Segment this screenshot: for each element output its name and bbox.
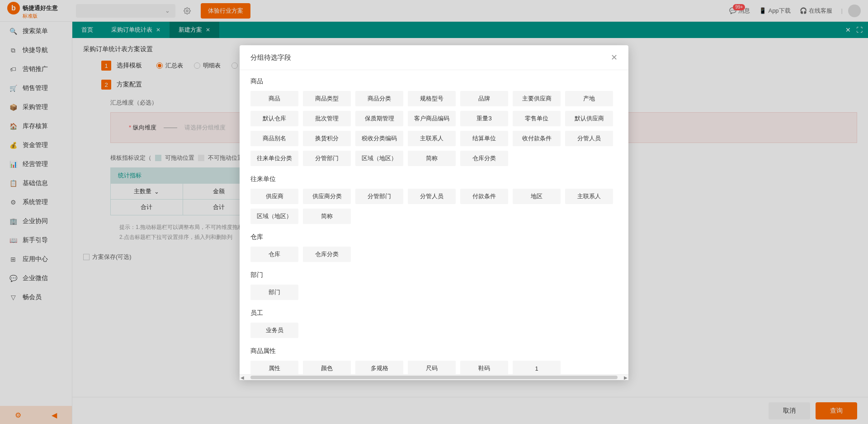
field-chip[interactable]: 默认仓库 bbox=[250, 111, 298, 126]
field-group-2: 仓库仓库仓库分类 bbox=[250, 233, 618, 262]
field-chip[interactable]: 付款条件 bbox=[460, 189, 508, 204]
field-chip[interactable]: 默认供应商 bbox=[565, 111, 613, 126]
field-group-title: 员工 bbox=[250, 309, 618, 317]
field-chip[interactable]: 分管部门 bbox=[355, 189, 403, 204]
field-chip[interactable]: 区域（地区） bbox=[355, 151, 403, 166]
field-chip[interactable]: 保质期管理 bbox=[355, 111, 403, 126]
field-chip[interactable]: 商品类型 bbox=[303, 91, 351, 106]
field-chip[interactable]: 供应商 bbox=[250, 189, 298, 204]
field-group-title: 商品属性 bbox=[250, 347, 618, 355]
field-chip[interactable]: 简称 bbox=[303, 209, 351, 224]
field-chip[interactable]: 重量3 bbox=[460, 111, 508, 126]
field-chip[interactable]: 收付款条件 bbox=[513, 131, 561, 146]
field-chip[interactable]: 商品 bbox=[250, 91, 298, 106]
field-group-1: 往来单位供应商供应商分类分管部门分管人员付款条件地区主联系人区域（地区）简称 bbox=[250, 175, 618, 224]
field-chip[interactable]: 结算单位 bbox=[460, 131, 508, 146]
field-selector-modal: 分组待选字段 ✕ 商品商品商品类型商品分类规格型号品牌主要供应商产地默认仓库批次… bbox=[240, 45, 628, 380]
field-group-4: 员工业务员 bbox=[250, 309, 618, 338]
field-group-title: 往来单位 bbox=[250, 175, 618, 183]
field-chip[interactable]: 区域（地区） bbox=[250, 209, 298, 224]
field-chip[interactable]: 分管人员 bbox=[565, 131, 613, 146]
field-chip[interactable]: 税收分类编码 bbox=[355, 131, 403, 146]
modal-title: 分组待选字段 bbox=[250, 53, 291, 62]
field-chip[interactable]: 多规格 bbox=[355, 361, 403, 374]
field-chip[interactable]: 仓库分类 bbox=[460, 151, 508, 166]
field-chip[interactable]: 产地 bbox=[565, 91, 613, 106]
field-group-0: 商品商品商品类型商品分类规格型号品牌主要供应商产地默认仓库批次管理保质期管理客户… bbox=[250, 77, 618, 166]
field-group-5: 商品属性属性颜色多规格尺码鞋码1 bbox=[250, 347, 618, 374]
scroll-track bbox=[250, 376, 618, 379]
field-chip[interactable]: 仓库分类 bbox=[303, 247, 351, 262]
field-chip[interactable]: 业务员 bbox=[250, 323, 298, 338]
field-chip[interactable]: 鞋码 bbox=[460, 361, 508, 374]
field-chip[interactable]: 仓库 bbox=[250, 247, 298, 262]
field-chip[interactable]: 商品分类 bbox=[355, 91, 403, 106]
scroll-right-arrow: ▶ bbox=[623, 375, 628, 380]
modal-horizontal-scrollbar[interactable]: ◀ ▶ bbox=[240, 374, 628, 380]
field-chip[interactable]: 供应商分类 bbox=[303, 189, 351, 204]
field-chip[interactable]: 地区 bbox=[513, 189, 561, 204]
field-chip[interactable]: 规格型号 bbox=[408, 91, 456, 106]
field-chip[interactable]: 简称 bbox=[408, 151, 456, 166]
field-chip[interactable]: 颜色 bbox=[303, 361, 351, 374]
field-chip[interactable]: 往来单位分类 bbox=[250, 151, 298, 166]
field-chip[interactable]: 属性 bbox=[250, 361, 298, 374]
modal-close-button[interactable]: ✕ bbox=[611, 52, 618, 62]
field-chip[interactable]: 零售单位 bbox=[513, 111, 561, 126]
field-chip[interactable]: 1 bbox=[513, 361, 561, 374]
field-group-title: 商品 bbox=[250, 77, 618, 86]
field-group-3: 部门部门 bbox=[250, 271, 618, 300]
modal-overlay[interactable]: 分组待选字段 ✕ 商品商品商品类型商品分类规格型号品牌主要供应商产地默认仓库批次… bbox=[0, 0, 868, 424]
field-chip[interactable]: 品牌 bbox=[460, 91, 508, 106]
field-chip[interactable]: 分管人员 bbox=[408, 189, 456, 204]
field-chip[interactable]: 尺码 bbox=[408, 361, 456, 374]
field-chip[interactable]: 部门 bbox=[250, 285, 298, 300]
field-chip[interactable]: 换货积分 bbox=[303, 131, 351, 146]
field-group-title: 部门 bbox=[250, 271, 618, 279]
field-group-title: 仓库 bbox=[250, 233, 618, 241]
scroll-left-arrow: ◀ bbox=[240, 375, 245, 380]
field-chip[interactable]: 分管部门 bbox=[303, 151, 351, 166]
field-chip[interactable]: 主联系人 bbox=[565, 189, 613, 204]
field-chip[interactable]: 商品别名 bbox=[250, 131, 298, 146]
field-chip[interactable]: 主联系人 bbox=[408, 131, 456, 146]
field-chip[interactable]: 批次管理 bbox=[303, 111, 351, 126]
field-chip[interactable]: 主要供应商 bbox=[513, 91, 561, 106]
field-chip[interactable]: 客户商品编码 bbox=[408, 111, 456, 126]
